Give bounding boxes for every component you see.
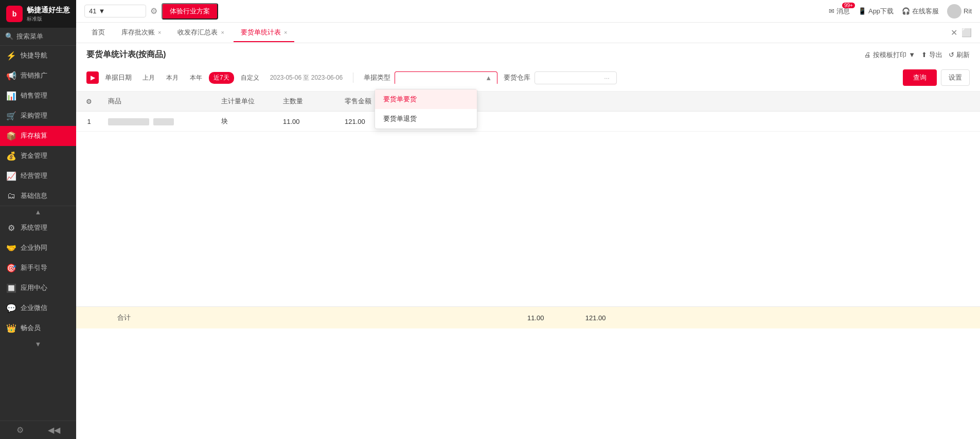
setting-button[interactable]: 设置 [941,69,970,86]
topbar: 41 ▼ ⚙ 体验行业方案 ✉ 消息 99+ 📱 App下载 🎧 在线客服 R [76,0,980,23]
message-icon: ✉ [829,7,834,15]
sidebar-item-wechat[interactable]: 💬 企业微信 [0,298,76,318]
cooperation-icon: 🤝 [6,243,16,253]
messages-btn[interactable]: ✉ 消息 99+ [829,7,850,16]
sidebar-item-member[interactable]: 👑 畅会员 [0,318,76,338]
export-btn[interactable]: ⬆ 导出 [921,50,942,60]
expand-tab-btn[interactable]: ⬜ [961,28,972,38]
doc-type-dropdown: 要货单要货 要货单退货 [375,89,477,129]
dropdown-item-requisition-order[interactable]: 要货单要货 [375,89,477,109]
search-menu[interactable]: 🔍 搜索菜单 [0,28,76,46]
store-selector[interactable]: 41 ▼ [84,5,146,17]
sidebar-item-guide[interactable]: 🎯 新手引导 [0,258,76,278]
warehouse-input[interactable] [540,74,602,82]
system-icon: ⚙ [6,223,16,233]
promo-button[interactable]: 体验行业方案 [162,3,218,20]
sales-icon: 📊 [6,91,16,101]
app-logo-text: 畅捷通好生意 标准版 [27,5,70,23]
sidebar-scroll-up[interactable]: ▲ [0,206,76,218]
app-logo-icon: b [6,6,23,22]
sidebar-bottom: ⚙ ◀◀ [0,420,76,439]
sidebar-item-app-center[interactable]: 🔲 应用中心 [0,278,76,298]
col-settings[interactable]: ⚙ [76,92,102,112]
sidebar-item-quick-nav[interactable]: ⚡ 快捷导航 [0,46,76,66]
sidebar-nav: ⚡ 快捷导航 📢 营销推广 📊 销售管理 🛒 采购管理 📦 库存核算 💰 资金管… [0,46,76,420]
sidebar-item-inventory[interactable]: 📦 库存核算 [0,126,76,146]
inventory-icon: 📦 [6,131,16,141]
tab-close-receive-summary[interactable]: × [221,29,224,35]
date-btn-last-7days[interactable]: 近7天 [209,72,234,84]
dropdown-item-requisition-return[interactable]: 要货单退货 [375,109,477,129]
date-btn-custom[interactable]: 自定义 [236,71,264,84]
print-dropdown-icon: ▼ [908,51,915,59]
guide-icon: 🎯 [6,263,16,273]
print-icon: 🖨 [864,51,871,59]
warehouse-select[interactable]: ··· [534,71,617,84]
doc-type-input[interactable] [400,74,483,82]
col-unit: 主计量单位 [215,92,277,112]
cell-unit: 块 [215,112,277,132]
topbar-right: ✉ 消息 99+ 📱 App下载 🎧 在线客服 Rit [829,4,972,19]
date-btn-this-month[interactable]: 本月 [162,71,183,84]
doc-type-label: 单据类型 [364,73,390,82]
tab-batch-stock[interactable]: 库存批次账 × [114,24,168,42]
doc-type-select[interactable]: ▲ [395,71,497,84]
sidebar-settings-btn[interactable]: ⚙ [16,425,24,435]
main-area: 41 ▼ ⚙ 体验行业方案 ✉ 消息 99+ 📱 App下载 🎧 在线客服 R [76,0,980,439]
app-download-btn[interactable]: 📱 App下载 [858,7,894,16]
filter-expand-btn[interactable]: ▶ [86,71,99,84]
tab-close-batch-stock[interactable]: × [158,29,161,35]
sidebar-item-finance[interactable]: 💰 资金管理 [0,146,76,166]
online-service-btn[interactable]: 🎧 在线客服 [902,7,939,16]
query-button[interactable]: 查询 [903,69,937,86]
sidebar-item-purchase[interactable]: 🛒 采购管理 [0,106,76,126]
tabs-bar: 首页 库存批次账 × 收发存汇总表 × 要货单统计表 × ✕ ⬜ [76,23,980,43]
sidebar-item-cooperation[interactable]: 🤝 企业协同 [0,238,76,258]
refresh-btn[interactable]: ↺ 刷新 [949,50,970,60]
topbar-gear-icon[interactable]: ⚙ [150,6,157,16]
filter-bar: ▶ 单据日期 上月 本月 本年 近7天 自定义 2023-05-06 至 202… [76,64,980,92]
doc-type-dropdown-arrow[interactable]: ▲ [485,74,492,82]
cell-product [102,112,215,132]
warehouse-filter-group: 要货仓库 ··· [504,71,617,84]
marketing-icon: 📢 [6,71,16,81]
page-actions: 🖨 按模板打印 ▼ ⬆ 导出 ↺ 刷新 [864,50,970,60]
tab-requisition-stats[interactable]: 要货单统计表 × [234,24,294,42]
purchase-icon: 🛒 [6,111,16,121]
print-template-btn[interactable]: 🖨 按模板打印 ▼ [864,50,915,60]
sidebar-collapse-btn[interactable]: ◀◀ [48,425,60,435]
filter-right-actions: 查询 设置 [903,69,970,86]
sidebar-scroll-down[interactable]: ▼ [0,338,76,350]
date-btn-last-month[interactable]: 上月 [138,71,159,84]
user-avatar-area[interactable]: Rit [947,4,972,19]
tab-receive-summary[interactable]: 收发存汇总表 × [170,24,231,42]
avatar [947,4,961,19]
warehouse-more-icon[interactable]: ··· [604,74,610,82]
sidebar-item-base-info[interactable]: 🗂 基础信息 [0,186,76,206]
sidebar-item-system[interactable]: ⚙ 系统管理 [0,218,76,238]
close-all-tabs-btn[interactable]: ✕ [951,28,957,38]
col-product: 商品 [102,92,215,112]
table-empty-space [76,132,980,306]
cell-extra [400,112,980,132]
sidebar-item-operation[interactable]: 📈 经营管理 [0,166,76,186]
tab-home[interactable]: 首页 [84,24,112,42]
search-icon: 🔍 [5,32,13,40]
doc-type-filter-group: 单据类型 ▲ [364,71,497,84]
warehouse-label: 要货仓库 [504,73,530,82]
col-extra [400,92,980,112]
page-content: 要货单统计表(按商品) 🖨 按模板打印 ▼ ⬆ 导出 ↺ 刷新 [76,43,980,439]
sidebar: b 畅捷通好生意 标准版 🔍 搜索菜单 ⚡ 快捷导航 📢 营销推广 📊 销售管理… [0,0,76,439]
table-header: ⚙ 商品 主计量单位 主数量 零售金额 [76,92,980,112]
refresh-icon: ↺ [949,51,954,59]
store-dropdown-icon: ▼ [98,7,105,15]
date-btn-this-year[interactable]: 本年 [185,71,207,84]
tab-close-requisition-stats[interactable]: × [284,29,287,35]
app-center-icon: 🔲 [6,283,16,293]
main-table: ⚙ 商品 主计量单位 主数量 零售金额 1 [76,92,980,132]
sidebar-item-sales[interactable]: 📊 销售管理 [0,86,76,106]
sidebar-item-marketing[interactable]: 📢 营销推广 [0,66,76,86]
footer-amount: 121.00 [550,314,612,322]
table-body: 1 块 11.00 121.00 [76,112,980,132]
date-range-display: 2023-05-06 至 2023-06-06 [270,74,343,82]
